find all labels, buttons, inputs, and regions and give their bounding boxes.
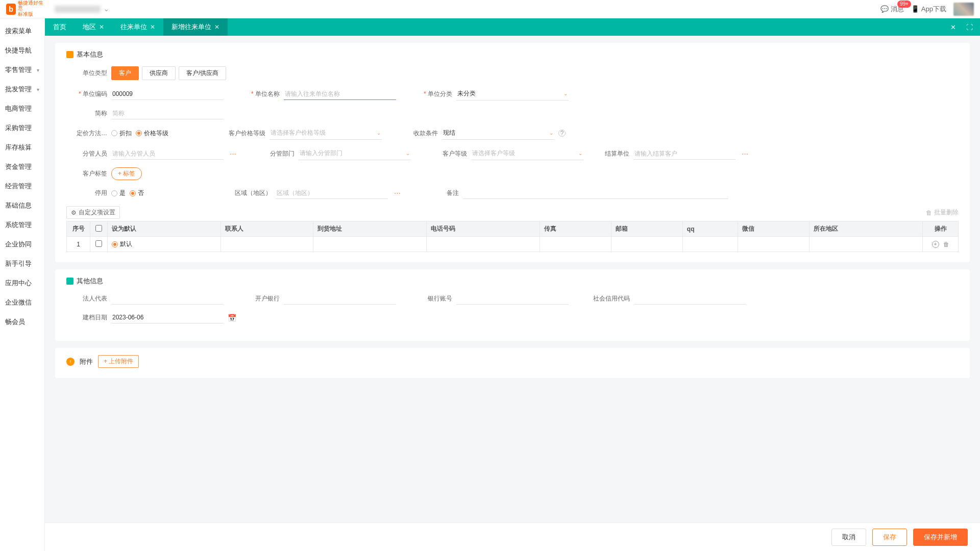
unit-type-option[interactable]: 供应商	[142, 66, 176, 80]
settle-input[interactable]	[633, 148, 736, 160]
row-default-radio[interactable]: 默认	[112, 240, 216, 248]
help-icon[interactable]: ?	[558, 130, 566, 137]
table-row: 1 默认 +🗑	[67, 237, 959, 252]
pay-cond-select[interactable]: 现结⌄	[442, 127, 554, 140]
sidebar-item[interactable]: 基础信息	[0, 196, 44, 215]
chevron-down-icon: ⌄	[564, 91, 568, 96]
remark-input[interactable]	[463, 187, 728, 199]
fullscreen-button[interactable]: ⛶	[964, 21, 975, 33]
unit-name-input[interactable]	[284, 88, 396, 100]
cell-region[interactable]	[809, 237, 922, 252]
dept-select[interactable]: 请输入分管部门⌄	[299, 147, 411, 160]
unit-class-select[interactable]: 未分类⌄	[456, 87, 569, 101]
app-download-button[interactable]: 📱 App下载	[911, 5, 946, 14]
disabled-no-radio[interactable]: 否	[130, 189, 144, 197]
row-checkbox[interactable]	[95, 240, 102, 247]
delete-row-button[interactable]: 🗑	[943, 241, 949, 248]
section-other-title: 其他信息	[77, 277, 103, 286]
messages-button[interactable]: 💬 消息 99+	[880, 5, 904, 14]
logo: b 畅捷通好生意 标准版	[6, 1, 44, 18]
section-icon	[66, 278, 74, 285]
price-level-select[interactable]: 请选择客户价格等级⌄	[270, 127, 382, 140]
chevron-down-icon: ⌄	[104, 5, 109, 13]
cell-email[interactable]	[611, 237, 682, 252]
custom-fields-button[interactable]: ⚙自定义项设置	[66, 206, 120, 219]
settle-label: 结算单位	[599, 149, 629, 158]
close-icon[interactable]: ✕	[150, 23, 155, 31]
area-more-icon[interactable]: ⋯	[392, 189, 403, 197]
create-date-input[interactable]	[111, 312, 224, 323]
pricing-label: 定价方法…	[66, 129, 107, 138]
sidebar-item[interactable]: 企业协同	[0, 235, 44, 254]
manager-input[interactable]	[111, 148, 224, 160]
price-level-label: 客户价格等级	[225, 129, 265, 138]
sidebar-item[interactable]: 快捷导航	[0, 41, 44, 60]
cust-level-select[interactable]: 请选择客户等级⌄	[471, 147, 583, 160]
other-info-card: 其他信息 法人代表 开户银行 银行账号 社会信用代码 建档日期📅	[55, 269, 970, 341]
tab[interactable]: 新增往来单位✕	[163, 18, 228, 36]
sidebar-item[interactable]: 电商管理	[0, 99, 44, 118]
pricing-level-radio[interactable]: 价格等级	[136, 129, 168, 138]
sidebar-item[interactable]: 批发管理▾	[0, 80, 44, 99]
tab[interactable]: 地区✕	[75, 18, 112, 36]
close-all-button[interactable]: ✕	[947, 21, 959, 33]
col-header: 联系人	[220, 221, 313, 237]
batch-delete-button[interactable]: 🗑批量删除	[926, 208, 959, 217]
save-and-new-button[interactable]: 保存并新增	[913, 529, 968, 546]
cell-address[interactable]	[313, 237, 426, 252]
cell-contact[interactable]	[220, 237, 313, 252]
cell-wechat[interactable]	[738, 237, 809, 252]
credit-input[interactable]	[634, 293, 746, 305]
org-dropdown[interactable]: ⌄	[55, 5, 109, 13]
cancel-button[interactable]: 取消	[831, 529, 866, 546]
row-seq: 1	[67, 237, 90, 252]
logo-icon: b	[6, 4, 16, 15]
upload-attach-button[interactable]: + 上传附件	[98, 355, 139, 368]
add-row-button[interactable]: +	[932, 241, 939, 248]
sidebar-item[interactable]: 经营管理	[0, 177, 44, 196]
unit-code-input[interactable]	[111, 88, 224, 100]
attach-card: ↑ 附件 + 上传附件	[55, 348, 970, 378]
cell-fax[interactable]	[540, 237, 611, 252]
sidebar-item[interactable]: 资金管理	[0, 157, 44, 177]
close-icon[interactable]: ✕	[214, 23, 219, 31]
tab[interactable]: 首页	[45, 18, 75, 36]
attach-icon: ↑	[66, 358, 75, 366]
add-tag-button[interactable]: + 标签	[111, 167, 142, 180]
calendar-icon[interactable]: 📅	[228, 314, 236, 322]
bank-input[interactable]	[284, 293, 396, 305]
sidebar-item[interactable]: 搜索菜单	[0, 21, 44, 41]
settle-more-icon[interactable]: ⋯	[740, 150, 750, 158]
unit-type-option[interactable]: 客户	[111, 66, 139, 80]
sidebar-item[interactable]: 采购管理	[0, 118, 44, 138]
chevron-down-icon: ⌄	[377, 130, 381, 136]
disabled-yes-radio[interactable]: 是	[111, 189, 126, 197]
topbar: b 畅捷通好生意 标准版 ⌄ 💬 消息 99+ 📱 App下载	[0, 0, 980, 18]
avatar[interactable]	[953, 3, 974, 16]
sidebar-item[interactable]: 新手引导	[0, 254, 44, 273]
area-input[interactable]	[276, 187, 388, 199]
pricing-discount-radio[interactable]: 折扣	[111, 129, 132, 138]
account-input[interactable]	[456, 293, 569, 305]
legal-input[interactable]	[111, 293, 224, 305]
sidebar-item[interactable]: 库存核算	[0, 138, 44, 157]
sidebar-item[interactable]: 应用中心	[0, 273, 44, 293]
cell-phone[interactable]	[426, 237, 540, 252]
sidebar-item[interactable]: 企业微信	[0, 293, 44, 312]
sidebar-item[interactable]: 畅会员	[0, 312, 44, 332]
sidebar-item[interactable]: 零售管理▾	[0, 60, 44, 80]
short-name-label: 简称	[66, 109, 107, 118]
close-icon[interactable]: ✕	[99, 23, 104, 31]
select-all-checkbox[interactable]	[95, 225, 102, 232]
disabled-label: 停用	[66, 189, 107, 197]
section-basic-title: 基本信息	[77, 50, 103, 59]
unit-type-option[interactable]: 客户/供应商	[179, 66, 226, 80]
caret-down-icon: ▾	[37, 87, 39, 92]
cell-qq[interactable]	[682, 237, 738, 252]
col-header: 操作	[923, 221, 959, 237]
tab[interactable]: 往来单位✕	[112, 18, 163, 36]
short-name-input[interactable]	[111, 108, 224, 119]
sidebar-item[interactable]: 系统管理	[0, 215, 44, 235]
save-button[interactable]: 保存	[872, 529, 907, 546]
manager-more-icon[interactable]: ⋯	[228, 150, 238, 158]
